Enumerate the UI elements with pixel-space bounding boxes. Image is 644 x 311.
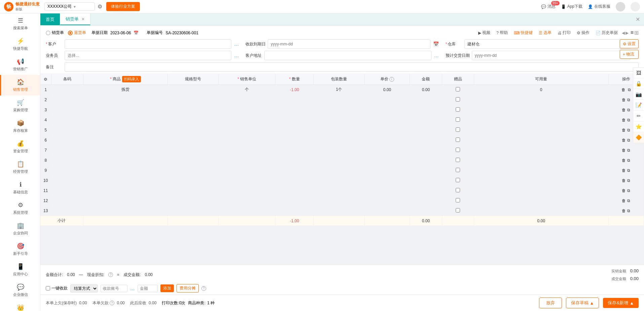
sidebar-item-app[interactable]: 📱 应用中心 [0,260,40,280]
row-1-copy-icon[interactable]: ⧉ [628,87,631,92]
row-9-gift-checkbox[interactable] [456,168,460,172]
row-2-copy-icon[interactable]: ⧉ [627,98,630,102]
row-6-gift-checkbox[interactable] [456,138,460,142]
row-11-delete-icon[interactable]: 🗑 [622,188,626,193]
row-11-copy-icon[interactable]: ⧉ [627,188,630,193]
hist-next-icon[interactable]: ▶ [626,31,629,35]
sidebar-item-vip[interactable]: 👑 畅会员 [0,301,40,311]
rsp-star-icon[interactable]: ⭐ [633,121,644,132]
sidebar-item-system[interactable]: ⚙ 系统管理 [0,198,40,219]
row-9-copy-icon[interactable]: ⧉ [627,168,630,173]
unit-price-info-icon[interactable]: i [389,77,394,82]
hist-prev-icon[interactable]: ◀ [622,31,625,35]
row-8-gift-checkbox[interactable] [456,158,460,162]
row-8-delete-icon[interactable]: 🗑 [622,158,626,163]
sidebar-item-wechat[interactable]: 💬 企业微信 [0,280,40,301]
radio-sales[interactable]: 销货单 [46,30,64,36]
customer-addr-input[interactable] [264,51,431,60]
help-button[interactable]: ? 帮助 [494,29,510,37]
sidebar-item-fund[interactable]: 💰 资金管理 [0,137,40,157]
tab-close-all-button[interactable]: ✕ [636,16,644,23]
shortcut-button[interactable]: ⌨ 快捷键 [512,29,535,37]
row-10-copy-icon[interactable]: ⧉ [627,178,630,183]
cash-discount-info-icon[interactable]: ? [108,272,113,277]
rsp-lock-icon[interactable]: 🔒 [633,78,644,89]
bank-account-input[interactable] [101,285,127,292]
tab-sales-order[interactable]: 销货单 ✕ [60,13,90,25]
row-3-delete-icon[interactable]: 🗑 [622,108,626,112]
row-1-delete-icon[interactable]: 🗑 [621,87,626,92]
row-6-copy-icon[interactable]: ⧉ [627,138,630,143]
rsp-edit-icon[interactable]: ✏ [633,111,644,121]
row-8-copy-icon[interactable]: ⧉ [627,158,630,163]
logistics-btn[interactable]: + 物流 [620,50,639,59]
payment-due-input[interactable] [268,39,430,49]
one-click-pay-check[interactable] [46,286,50,290]
row-5-delete-icon[interactable]: 🗑 [622,128,626,132]
row-3-copy-icon[interactable]: ⧉ [627,108,630,112]
row-7-gift-checkbox[interactable] [456,148,460,152]
sidebar-item-inventory[interactable]: 📦 库存核算 [0,116,40,137]
settlement-method-select[interactable]: 结算方式 [70,284,98,293]
delivery-date-input[interactable] [472,51,630,60]
scan-btn[interactable]: 扫码录入 [122,76,141,82]
company-selector[interactable]: XXXXXX公司 ▾ [44,2,95,11]
rsp-camera-icon[interactable]: 📷 [633,89,644,100]
message-button[interactable]: 💬 消息 99+ [541,4,556,9]
row-9-delete-icon[interactable]: 🗑 [622,168,626,173]
sidebar-item-ops[interactable]: 📋 经营管理 [0,157,40,178]
row-10-delete-icon[interactable]: 🗑 [622,178,626,183]
save-new-button[interactable]: 保存&新增 ▲ [603,298,639,308]
bill-owed-info-icon[interactable]: ? [110,301,114,305]
row-7-copy-icon[interactable]: ⧉ [627,148,630,153]
rsp-note-icon[interactable]: 📝 [633,100,644,111]
tab-close-icon[interactable]: ✕ [81,17,85,22]
salesperson-input[interactable] [65,51,231,60]
rsp-alert-icon[interactable]: 🔶 [633,132,644,143]
amount-input[interactable] [138,285,158,292]
sidebar-item-sales[interactable]: 🏠 销售管理 [0,75,40,95]
user-avatar-2[interactable] [631,2,640,11]
fee-split-button[interactable]: 费用分摊 [177,284,199,293]
tab-home[interactable]: 首页 [40,13,60,25]
row-6-delete-icon[interactable]: 🗑 [622,138,626,143]
online-service-button[interactable]: 👤 在线客服 [588,4,610,9]
sidebar-item-corp[interactable]: 🏢 企业协同 [0,219,40,239]
sidebar-item-search[interactable]: ☰ 搜索菜单 [0,13,40,34]
sidebar-item-newbie[interactable]: 🎯 新手引导 [0,239,40,260]
trial-button[interactable]: 体验行业方案 [106,2,140,11]
customer-input[interactable] [65,39,231,49]
settings-gear-icon[interactable]: ⚙ [98,3,102,10]
row-12-delete-icon[interactable]: 🗑 [622,198,626,203]
select-bill-button[interactable]: ☰ 选单 [537,29,554,37]
settings-btn[interactable]: ⚙ 设置 [620,39,639,48]
row-4-gift-checkbox[interactable] [456,117,460,122]
sidebar-item-marketing[interactable]: 📢 营销推广 [0,54,40,75]
row-1-gift-checkbox[interactable] [456,87,460,91]
discard-button[interactable]: 放弃 [539,298,562,308]
remark-input[interactable] [65,62,639,72]
row-13-delete-icon[interactable]: 🗑 [622,208,626,213]
row-3-gift-checkbox[interactable] [456,107,460,112]
payment-calendar-icon[interactable]: 📅 [433,41,439,47]
row-13-gift-checkbox[interactable] [456,208,460,212]
sidebar-item-purchase[interactable]: 🛒 采购管理 [0,95,40,116]
row-2-gift-checkbox[interactable] [456,97,460,102]
operation-button[interactable]: ⚙ 操作 [575,29,592,37]
grid-view-icon[interactable]: ⊞ [634,30,639,36]
list-view-icon[interactable]: ≡ [631,30,634,36]
customer-addr-select-icon[interactable]: … [434,53,439,58]
row-7-delete-icon[interactable]: 🗑 [622,148,626,153]
row-5-copy-icon[interactable]: ⧉ [627,128,630,132]
radio-return[interactable]: 退货单 [68,30,86,36]
row-10-gift-checkbox[interactable] [456,178,460,182]
row-4-copy-icon[interactable]: ⧉ [627,118,630,122]
sidebar-item-quick-nav[interactable]: ⚡ 快捷导航 [0,34,40,54]
one-click-pay-checkbox[interactable]: 一键收款 [46,285,68,291]
row-12-copy-icon[interactable]: ⧉ [627,198,630,203]
rsp-image-icon[interactable]: 🖼 [633,68,644,78]
row-5-gift-checkbox[interactable] [456,127,460,132]
th-settings[interactable]: ⚙ [40,74,51,85]
customer-select-icon[interactable]: … [234,41,239,47]
row-2-delete-icon[interactable]: 🗑 [622,98,626,102]
